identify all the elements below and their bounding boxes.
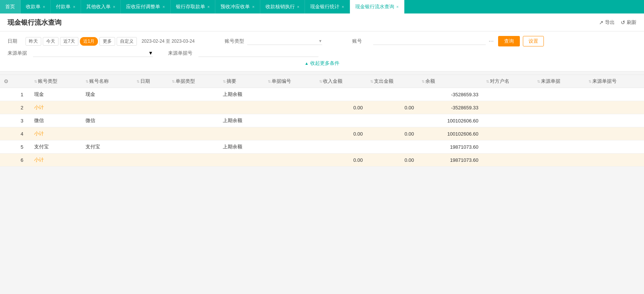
nav-tab-label: 银行存取款单 — [176, 3, 205, 10]
collapse-bar[interactable]: ▲ 收起更多条件 — [8, 58, 636, 67]
nav-tab[interactable]: 银行存取款单× — [171, 0, 215, 13]
column-settings-icon[interactable]: ⚙ — [4, 78, 9, 84]
account-dots-btn[interactable]: ··· — [489, 38, 494, 45]
table-row: 5支付宝支付宝上期余额19871073.60 — [0, 140, 644, 154]
table-row: 3微信微信上期余额100102606.60 — [0, 114, 644, 127]
table-section: ⚙ ⇅账号类型 ⇅账号名称 ⇅日期 ⇅单据类型 ⇅摘要 ⇅单据编号 ⇅收入金额 … — [0, 75, 644, 167]
row-source-doc-cell — [533, 154, 585, 167]
date-quick-btn[interactable]: 更多 — [99, 37, 115, 46]
row-doc-type-cell — [168, 154, 219, 167]
nav-home-label: 首页 — [5, 3, 15, 10]
row-counterpart-cell — [482, 127, 534, 140]
row-account-type-cell: 现金 — [30, 88, 82, 101]
account-type-label: 账号类型 — [225, 38, 244, 45]
nav-tab[interactable]: 应收应付调整单× — [121, 0, 170, 13]
row-account-type-cell: 支付宝 — [30, 140, 82, 154]
account-input[interactable] — [373, 37, 486, 45]
source-doc-filter: 来源单据 ▼ — [8, 49, 153, 57]
nav-tab-close-icon[interactable]: × — [113, 4, 115, 9]
nav-tab[interactable]: 收款核销执行× — [260, 0, 305, 13]
refresh-btn[interactable]: ↺ 刷新 — [621, 19, 636, 26]
row-income-cell: 0.00 — [315, 101, 367, 114]
row-account-name-cell — [82, 101, 133, 114]
nav-tab-close-icon[interactable]: × — [73, 4, 75, 9]
col-account-type: ⇅账号类型 — [30, 75, 82, 88]
date-quick-btn[interactable]: 今天 — [43, 37, 59, 46]
nav-tab[interactable]: 现金银行流水查询× — [350, 0, 404, 13]
row-source-doc-no-cell — [585, 140, 644, 154]
nav-tab-label: 收款单 — [26, 3, 41, 10]
date-range: 2023-02-24 至 2023-03-24 — [141, 38, 194, 45]
row-doc-no-cell — [264, 140, 315, 154]
export-btn[interactable]: ↗ 导出 — [599, 19, 615, 26]
row-account-type-cell: 微信 — [30, 114, 82, 127]
row-balance-cell: -3528659.33 — [418, 88, 482, 101]
row-source-doc-no-cell — [585, 127, 644, 140]
col-account-type-label: 账号类型 — [38, 78, 57, 84]
account-label: 账号 — [352, 38, 367, 45]
col-balance-label: 余额 — [425, 78, 435, 84]
col-source-doc-label: 来源单据 — [541, 78, 560, 84]
nav-tab-close-icon[interactable]: × — [252, 4, 254, 9]
settings-button[interactable]: 设置 — [523, 36, 544, 46]
row-doc-type-cell — [168, 114, 219, 127]
nav-tab-label: 现金银行流水查询 — [355, 3, 394, 10]
source-doc-no-filter: 来源单据号 — [168, 49, 318, 57]
date-quick-btn[interactable]: 近1月 — [80, 37, 98, 46]
row-num-cell: 4 — [14, 127, 30, 140]
row-num-cell: 3 — [14, 114, 30, 127]
row-source-doc-cell — [533, 127, 585, 140]
col-doc-no-label: 单据编号 — [272, 78, 291, 84]
col-date-label: 日期 — [140, 78, 150, 84]
date-label: 日期 — [8, 38, 23, 45]
subtotal-label: 小计 — [34, 104, 44, 110]
nav-tab-close-icon[interactable]: × — [396, 4, 399, 9]
row-num-cell: 6 — [14, 154, 30, 167]
source-doc-no-input[interactable] — [198, 49, 318, 57]
row-account-name-cell: 支付宝 — [82, 140, 133, 154]
date-quick-btn[interactable]: 昨天 — [26, 37, 41, 46]
date-quick-btn[interactable]: 近7天 — [60, 37, 78, 46]
row-account-type-cell: 小计 — [30, 101, 82, 114]
nav-tab-label: 收款核销执行 — [266, 3, 295, 10]
filter-row-2: 来源单据 ▼ 来源单据号 — [8, 49, 636, 57]
table-row: 2小计0.000.00-3528659.33 — [0, 101, 644, 114]
source-doc-select[interactable] — [33, 49, 148, 57]
row-doc-no-cell — [264, 101, 315, 114]
row-counterpart-cell — [482, 88, 534, 101]
row-num-cell: 5 — [14, 140, 30, 154]
row-summary-cell: 上期余额 — [219, 140, 264, 154]
nav-tab-close-icon[interactable]: × — [297, 4, 299, 9]
row-expense-cell: 0.00 — [366, 127, 418, 140]
row-date-cell — [133, 88, 168, 101]
nav-tab-label: 付款单 — [56, 3, 71, 10]
collapse-up-icon: ▲ — [305, 61, 309, 66]
date-quick-btn[interactable]: 自定义 — [117, 37, 137, 46]
row-balance-cell: -3528659.33 — [418, 101, 482, 114]
col-account-name-label: 账号名称 — [89, 78, 109, 84]
collapse-label: 收起更多条件 — [310, 60, 339, 67]
header-actions: ↗ 导出 ↺ 刷新 — [599, 19, 636, 26]
row-summary-cell — [219, 154, 264, 167]
nav-tab[interactable]: 付款单× — [51, 0, 81, 13]
query-button[interactable]: 查询 — [498, 36, 520, 46]
row-doc-no-cell — [264, 114, 315, 127]
col-counterpart: ⇅对方户名 — [482, 75, 534, 88]
nav-tab-close-icon[interactable]: × — [207, 4, 210, 9]
nav-tab[interactable]: 预收冲应收单× — [215, 0, 260, 13]
source-doc-label: 来源单据 — [8, 50, 27, 57]
nav-tab-close-icon[interactable]: × — [162, 4, 165, 9]
nav-home[interactable]: 首页 — [0, 0, 21, 13]
row-doc-type-cell — [168, 127, 219, 140]
nav-tab-close-icon[interactable]: × — [342, 4, 344, 9]
account-type-select[interactable]: 现金 微信 支付宝 — [247, 37, 318, 45]
col-counterpart-label: 对方户名 — [490, 78, 509, 84]
row-date-cell — [133, 101, 168, 114]
row-settings-cell — [0, 101, 14, 114]
row-expense-cell — [366, 140, 418, 154]
nav-tab[interactable]: 现金银行统计× — [305, 0, 350, 13]
row-date-cell — [133, 140, 168, 154]
nav-tab-close-icon[interactable]: × — [43, 4, 45, 9]
nav-tab[interactable]: 收款单× — [21, 0, 51, 13]
nav-tab[interactable]: 其他收入单× — [81, 0, 121, 13]
